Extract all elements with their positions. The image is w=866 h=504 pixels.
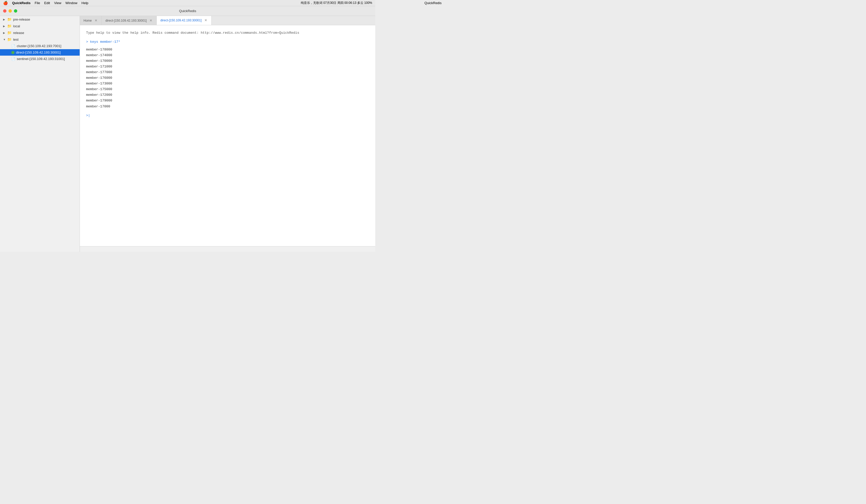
file-icon: 📄: [11, 57, 15, 61]
sidebar-label-local: local: [13, 24, 77, 28]
chevron-right-icon: ▶: [3, 18, 7, 21]
minimize-button[interactable]: [9, 9, 12, 13]
terminal-result-line: member-17000: [86, 104, 369, 110]
terminal-result-line: member-177000: [86, 70, 369, 75]
tab-direct1-close[interactable]: ✕: [149, 19, 153, 23]
fullscreen-button[interactable]: [14, 9, 17, 13]
terminal-result-line: member-176000: [86, 75, 369, 81]
main-layout: ▶ 📁 pre-release ▶ 📁 local ▶ 📁 release ▼ …: [0, 16, 375, 252]
folder-icon: 📁: [7, 31, 12, 35]
bottom-bar: [80, 246, 375, 252]
menu-help[interactable]: Help: [81, 1, 88, 5]
tab-home[interactable]: Home ✕: [80, 16, 102, 25]
folder-icon: 📁: [7, 37, 12, 42]
sidebar-label-pre-release: pre-release: [13, 18, 77, 21]
sidebar-item-release[interactable]: ▶ 📁 release: [0, 30, 80, 36]
chevron-right-icon: ▶: [3, 25, 7, 27]
sidebar-item-local[interactable]: ▶ 📁 local: [0, 23, 80, 30]
content-area: Home ✕ direct-[150.109.42.193:30001] ✕ d…: [80, 16, 375, 252]
tab-direct1-label: direct-[150.109.42.193:30001]: [106, 19, 147, 22]
sidebar-label-release: release: [13, 31, 77, 35]
terminal-result-line: member-178000: [86, 47, 369, 53]
menu-file[interactable]: File: [35, 1, 40, 5]
sidebar-item-direct[interactable]: ▶ direct-[150.109.42.193:30001]: [0, 49, 80, 56]
tab-direct1[interactable]: direct-[150.109.42.193:30001] ✕: [102, 16, 157, 25]
terminal-result-line: member-179000: [86, 98, 369, 104]
sidebar-item-sentinel[interactable]: ▶ 📄 sentinel-[150.109.42.193:31001]: [0, 56, 80, 62]
folder-icon: 📁: [7, 24, 12, 28]
tab-bar: Home ✕ direct-[150.109.42.193:30001] ✕ d…: [80, 16, 375, 25]
terminal[interactable]: Type help to view the help info. Redis c…: [80, 25, 375, 246]
app-window: QuickRedis ▶ 📁 pre-release ▶ 📁 local ▶ 📁…: [0, 6, 375, 252]
title-bar: QuickRedis: [0, 6, 375, 16]
chevron-down-icon: ▼: [3, 38, 7, 41]
terminal-result-line: member-175000: [86, 87, 369, 92]
apple-logo[interactable]: 🍎: [3, 1, 8, 5]
sidebar-label-test: test: [13, 38, 77, 42]
window-title: QuickRedis: [179, 9, 196, 13]
sidebar-item-cluster[interactable]: ▶ 📄 cluster-[150.109.42.193:7001]: [0, 43, 80, 49]
sidebar-item-pre-release[interactable]: ▶ 📁 pre-release: [0, 16, 80, 23]
chevron-right-icon: ▶: [3, 32, 7, 34]
sidebar-item-test[interactable]: ▼ 📁 test: [0, 36, 80, 43]
tab-direct2[interactable]: direct-[150.109.42.193:30001] ✕: [157, 16, 212, 25]
terminal-result-line: member-173000: [86, 81, 369, 87]
terminal-result-line: member-174000: [86, 53, 369, 58]
sidebar-label-cluster: cluster-[150.109.42.193:7001]: [17, 44, 77, 48]
sidebar-label-sentinel: sentinel-[150.109.42.193:31001]: [17, 57, 77, 61]
tab-direct2-label: direct-[150.109.42.193:30001]: [160, 19, 201, 22]
tab-home-label: Home: [84, 19, 92, 22]
terminal-result: member-178000member-174000member-170000m…: [86, 47, 369, 110]
app-name[interactable]: QuickRedis: [12, 1, 31, 5]
tab-home-close[interactable]: ✕: [94, 19, 98, 23]
menu-window[interactable]: Window: [65, 1, 77, 5]
menu-view[interactable]: View: [54, 1, 61, 5]
terminal-help-text: Type help to view the help info. Redis c…: [86, 31, 369, 36]
menu-bar-right: 纯音乐，无歌词 07月30日 周四 00:06:13 多云 100%: [301, 1, 372, 5]
sidebar: ▶ 📁 pre-release ▶ 📁 local ▶ 📁 release ▼ …: [0, 16, 80, 252]
menu-bar: 🍎 QuickRedis File Edit View Window Help …: [0, 0, 375, 6]
terminal-result-line: member-172000: [86, 92, 369, 98]
terminal-result-line: member-170000: [86, 58, 369, 64]
terminal-command: keys member-17*: [86, 39, 369, 45]
connected-icon: [11, 51, 14, 54]
menu-bar-left: 🍎 QuickRedis File Edit View Window Help: [3, 1, 88, 5]
close-button[interactable]: [3, 9, 7, 13]
menu-edit[interactable]: Edit: [44, 1, 50, 5]
traffic-lights: [3, 9, 17, 13]
folder-icon: 📁: [7, 17, 12, 21]
tab-direct2-close[interactable]: ✕: [203, 18, 208, 22]
sidebar-label-direct: direct-[150.109.42.193:30001]: [16, 50, 77, 54]
terminal-result-line: member-171000: [86, 64, 369, 70]
terminal-prompt[interactable]: >|: [86, 113, 369, 118]
file-icon: 📄: [11, 44, 15, 48]
